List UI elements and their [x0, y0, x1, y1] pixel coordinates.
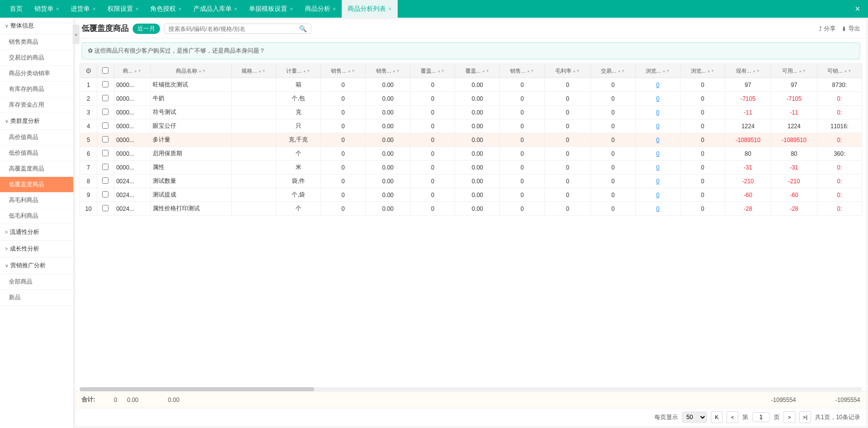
row-browse1[interactable]: 0: [635, 188, 680, 202]
row-name: 旺铺批次测试: [150, 78, 231, 92]
sidebar-item-low-coverage[interactable]: 低覆盖度商品: [0, 177, 73, 193]
row-browse1[interactable]: 0: [635, 78, 680, 92]
row-name: 符号测试: [150, 106, 231, 119]
close-icon[interactable]: ×: [56, 6, 59, 12]
row-browse1[interactable]: 0: [635, 119, 680, 133]
row-browse2: 0: [680, 161, 725, 174]
sidebar-item-sales-goods[interactable]: 销售类商品: [0, 34, 73, 50]
prev-page-button[interactable]: <: [727, 411, 738, 423]
first-page-button[interactable]: K: [711, 411, 723, 423]
row-browse1[interactable]: 0: [635, 202, 680, 216]
col-settings[interactable]: ⚙: [80, 64, 97, 78]
row-checkbox[interactable]: [97, 106, 114, 119]
row-checkbox-input[interactable]: [102, 150, 108, 156]
row-checkbox-input[interactable]: [102, 164, 108, 170]
nav-home[interactable]: 首页: [4, 0, 28, 18]
sidebar-section-circulation-analysis[interactable]: > 流通性分析: [0, 224, 73, 241]
sidebar-section-growth-analysis[interactable]: > 成长性分析: [0, 241, 73, 257]
row-browse1[interactable]: 0: [635, 92, 680, 106]
row-checkbox-input[interactable]: [102, 81, 108, 87]
close-icon[interactable]: ×: [290, 6, 293, 12]
sidebar-item-high-value[interactable]: 高价值商品: [0, 130, 73, 145]
sidebar-item-high-margin[interactable]: 高毛利商品: [0, 193, 73, 208]
sidebar-item-all-goods[interactable]: 全部商品: [0, 274, 73, 290]
close-icon[interactable]: ×: [234, 6, 237, 12]
per-page-select[interactable]: 50 10 20 100: [682, 412, 707, 423]
table-row: 5 0000... 多计量 克,千克 0 0.00 0 0.00 0 0 0 0…: [80, 133, 862, 147]
row-sales-count: 0: [321, 119, 365, 133]
row-checkbox[interactable]: [97, 92, 114, 106]
row-checkbox-input[interactable]: [102, 95, 108, 101]
next-page-button[interactable]: >: [784, 411, 795, 423]
sidebar-item-goods-with-stock[interactable]: 有库存的商品: [0, 82, 73, 97]
close-icon[interactable]: ×: [333, 6, 336, 12]
row-checkbox-input[interactable]: [102, 205, 108, 211]
last-page-button[interactable]: >|: [799, 411, 811, 423]
nav-product-analysis[interactable]: 商品分析 ×: [299, 0, 342, 18]
sidebar-item-low-value[interactable]: 低价值商品: [0, 145, 73, 161]
time-filter-button[interactable]: 近一月: [133, 24, 160, 34]
row-browse1[interactable]: 0: [635, 161, 680, 174]
nav-product-analysis-list[interactable]: 商品分析列表 ×: [342, 0, 397, 18]
row-browse1[interactable]: 0: [635, 106, 680, 119]
close-icon[interactable]: ×: [92, 6, 95, 12]
row-checkbox[interactable]: [97, 147, 114, 161]
row-browse1[interactable]: 0: [635, 133, 680, 147]
nav-permission-settings[interactable]: 权限设置 ×: [102, 0, 144, 18]
row-sales-count: 0: [321, 147, 365, 161]
chevron-down-icon: ∨: [5, 23, 8, 29]
nav-purchase-order[interactable]: 进货单 ×: [65, 0, 101, 18]
row-spec: [231, 119, 276, 133]
col-name: 商品名称▲▼: [150, 64, 231, 78]
search-input[interactable]: [168, 26, 299, 32]
nav-sales-order[interactable]: 销货单 ×: [28, 0, 65, 18]
scrollbar-thumb[interactable]: [80, 387, 314, 391]
row-cover1: 0: [410, 78, 455, 92]
row-checkbox-input[interactable]: [102, 177, 108, 184]
row-gross: 0: [544, 133, 591, 147]
row-checkbox[interactable]: [97, 161, 114, 174]
row-checkbox[interactable]: [97, 78, 114, 92]
table-container: ⚙ 商...▲▼ 商品名称▲▼ 规格...▲▼ 计量...▲▼ 销售...▲▼ …: [80, 63, 862, 387]
close-icon[interactable]: ×: [136, 6, 138, 12]
row-checkbox-input[interactable]: [102, 136, 108, 143]
row-checkbox-input[interactable]: [102, 122, 108, 129]
sidebar-item-low-margin[interactable]: 低毛利商品: [0, 208, 73, 224]
row-sellable: 0:: [817, 174, 862, 188]
row-checkbox[interactable]: [97, 174, 114, 188]
row-browse1[interactable]: 0: [635, 174, 680, 188]
sidebar-item-stock-capital[interactable]: 库存资金占用: [0, 97, 73, 113]
nav-template-settings[interactable]: 单据模板设置 ×: [243, 0, 298, 18]
row-browse1[interactable]: 0: [635, 147, 680, 161]
sidebar-section-cluster-analysis[interactable]: ∨ 类群度分析: [0, 113, 73, 130]
row-checkbox[interactable]: [97, 119, 114, 133]
close-all-tabs-button[interactable]: ×: [851, 4, 864, 14]
sidebar-item-high-coverage[interactable]: 高覆盖度商品: [0, 161, 73, 177]
sidebar-section-marketing-analysis[interactable]: ∨ 营销推广分析: [0, 257, 73, 274]
row-checkbox[interactable]: [97, 133, 114, 147]
share-button[interactable]: ⤴ 分享: [819, 25, 836, 33]
select-all-checkbox[interactable]: [102, 67, 108, 74]
row-name: 眼宝公仔: [150, 119, 231, 133]
row-checkbox-input[interactable]: [102, 109, 108, 115]
export-button[interactable]: ⬇ 导出: [841, 25, 860, 33]
row-sales-amount: 0.00: [365, 133, 410, 147]
sidebar-item-new-goods[interactable]: 新品: [0, 290, 73, 306]
col-available-stock: 可用...▲▼: [771, 64, 817, 78]
sidebar-item-traded-goods[interactable]: 交易过的商品: [0, 50, 73, 66]
close-icon[interactable]: ×: [178, 6, 181, 12]
nav-finished-goods[interactable]: 产成品入库单 ×: [188, 0, 243, 18]
row-checkbox-input[interactable]: [102, 191, 108, 198]
nav-role-auth[interactable]: 角色授权 ×: [144, 0, 187, 18]
close-icon[interactable]: ×: [388, 6, 391, 12]
sidebar-item-category-turnover[interactable]: 商品分类动销率: [0, 66, 73, 82]
page-number-input[interactable]: [752, 412, 770, 422]
gear-icon[interactable]: ⚙: [85, 67, 92, 75]
row-unit: 箱: [276, 78, 321, 92]
row-checkbox[interactable]: [97, 188, 114, 202]
info-banner: ✿ 这些商品只有很少客户购买过，是推广不够，还是商品本身问题？: [81, 42, 860, 59]
horizontal-scrollbar[interactable]: [80, 387, 862, 391]
sidebar-section-overall-info[interactable]: ∨ 整体信息: [0, 18, 73, 34]
row-checkbox[interactable]: [97, 202, 114, 216]
sidebar-collapse-button[interactable]: «: [73, 25, 80, 44]
